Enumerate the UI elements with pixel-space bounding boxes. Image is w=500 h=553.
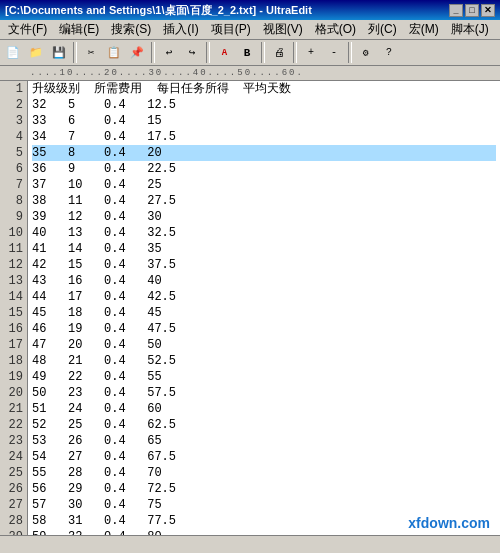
line-number: 16 — [4, 321, 23, 337]
code-line[interactable]: 36 9 0.4 22.5 — [32, 161, 496, 177]
line-number: 12 — [4, 257, 23, 273]
code-line[interactable]: 53 26 0.4 65 — [32, 433, 496, 449]
code-line[interactable]: 45 18 0.4 45 — [32, 305, 496, 321]
line-number: 18 — [4, 353, 23, 369]
code-line[interactable]: 43 16 0.4 40 — [32, 273, 496, 289]
line-number: 19 — [4, 369, 23, 385]
menu-file[interactable]: 文件(F) — [2, 20, 53, 39]
line-number: 26 — [4, 481, 23, 497]
line-number: 25 — [4, 465, 23, 481]
code-line[interactable]: 57 30 0.4 75 — [32, 497, 496, 513]
toolbar-sep-5 — [293, 42, 297, 63]
code-line[interactable]: 35 8 0.4 20 — [32, 145, 496, 161]
toolbar-sep-4 — [261, 42, 265, 63]
app-window: [C:\Documents and Settings\1\桌面\百度_2_2.t… — [0, 0, 500, 553]
code-line[interactable]: 50 23 0.4 57.5 — [32, 385, 496, 401]
toolbar-sep-1 — [73, 42, 77, 63]
code-line[interactable]: 47 20 0.4 50 — [32, 337, 496, 353]
code-line[interactable]: 54 27 0.4 67.5 — [32, 449, 496, 465]
line-number: 10 — [4, 225, 23, 241]
code-line[interactable]: 44 17 0.4 42.5 — [32, 289, 496, 305]
line-number: 14 — [4, 289, 23, 305]
code-line[interactable]: 升级级别 所需费用 每日任务所得 平均天数 — [32, 81, 496, 97]
menu-format[interactable]: 格式(O) — [309, 20, 362, 39]
code-line[interactable]: 56 29 0.4 72.5 — [32, 481, 496, 497]
window-controls: _ □ ✕ — [449, 4, 495, 17]
zoom-in-button[interactable]: + — [300, 42, 322, 63]
line-number: 5 — [4, 145, 23, 161]
line-number: 17 — [4, 337, 23, 353]
zoom-out-button[interactable]: - — [323, 42, 345, 63]
close-button[interactable]: ✕ — [481, 4, 495, 17]
code-line[interactable]: 41 14 0.4 35 — [32, 241, 496, 257]
toolbar-sep-3 — [206, 42, 210, 63]
code-line[interactable]: 38 11 0.4 27.5 — [32, 193, 496, 209]
settings-button[interactable]: ⚙ — [355, 42, 377, 63]
ruler: ....10....20....30....40....50....60. — [0, 66, 500, 81]
line-numbers: 1234567891011121314151617181920212223242… — [0, 81, 28, 535]
undo-button[interactable]: ↩ — [158, 42, 180, 63]
line-number: 11 — [4, 241, 23, 257]
maximize-button[interactable]: □ — [465, 4, 479, 17]
code-line[interactable]: 51 24 0.4 60 — [32, 401, 496, 417]
menu-script[interactable]: 脚本(J) — [445, 20, 495, 39]
copy-button[interactable]: 📋 — [103, 42, 125, 63]
new-button[interactable]: 📄 — [2, 42, 24, 63]
line-number: 1 — [4, 81, 23, 97]
code-line[interactable]: 40 13 0.4 32.5 — [32, 225, 496, 241]
save-button[interactable]: 💾 — [48, 42, 70, 63]
line-number: 24 — [4, 449, 23, 465]
code-line[interactable]: 39 12 0.4 30 — [32, 209, 496, 225]
line-number: 13 — [4, 273, 23, 289]
line-number: 8 — [4, 193, 23, 209]
ruler-text: ....10....20....30....40....50....60. — [30, 68, 304, 78]
code-line[interactable]: 46 19 0.4 47.5 — [32, 321, 496, 337]
line-number: 2 — [4, 97, 23, 113]
menu-bar: 文件(F) 编辑(E) 搜索(S) 插入(I) 项目(P) 视图(V) 格式(O… — [0, 20, 500, 40]
code-line[interactable]: 55 28 0.4 70 — [32, 465, 496, 481]
code-line[interactable]: 34 7 0.4 17.5 — [32, 129, 496, 145]
code-line[interactable]: 33 6 0.4 15 — [32, 113, 496, 129]
line-number: 22 — [4, 417, 23, 433]
line-number: 27 — [4, 497, 23, 513]
line-number: 23 — [4, 433, 23, 449]
help-button[interactable]: ? — [378, 42, 400, 63]
menu-insert[interactable]: 插入(I) — [157, 20, 204, 39]
redo-button[interactable]: ↪ — [181, 42, 203, 63]
toolbar: 📄 📁 💾 ✂ 📋 📌 ↩ ↪ A B 🖨 + - ⚙ ? — [0, 40, 500, 66]
code-content[interactable]: 升级级别 所需费用 每日任务所得 平均天数32 5 0.4 12.533 6 0… — [28, 81, 500, 535]
menu-edit[interactable]: 编辑(E) — [53, 20, 105, 39]
title-bar: [C:\Documents and Settings\1\桌面\百度_2_2.t… — [0, 0, 500, 20]
code-line[interactable]: 49 22 0.4 55 — [32, 369, 496, 385]
minimize-button[interactable]: _ — [449, 4, 463, 17]
line-number: 6 — [4, 161, 23, 177]
code-line[interactable]: 52 25 0.4 62.5 — [32, 417, 496, 433]
line-number: 7 — [4, 177, 23, 193]
menu-search[interactable]: 搜索(S) — [105, 20, 157, 39]
bold-button[interactable]: B — [236, 42, 258, 63]
title-text: [C:\Documents and Settings\1\桌面\百度_2_2.t… — [5, 3, 312, 18]
toolbar-sep-6 — [348, 42, 352, 63]
code-line[interactable]: 42 15 0.4 37.5 — [32, 257, 496, 273]
watermark: xfdown.com — [408, 515, 490, 531]
find-button[interactable]: A — [213, 42, 235, 63]
cut-button[interactable]: ✂ — [80, 42, 102, 63]
line-number: 3 — [4, 113, 23, 129]
line-number: 9 — [4, 209, 23, 225]
line-number: 28 — [4, 513, 23, 529]
code-line[interactable]: 32 5 0.4 12.5 — [32, 97, 496, 113]
toolbar-sep-2 — [151, 42, 155, 63]
menu-project[interactable]: 项目(P) — [205, 20, 257, 39]
editor-area[interactable]: 1234567891011121314151617181920212223242… — [0, 81, 500, 535]
line-number: 15 — [4, 305, 23, 321]
line-number: 21 — [4, 401, 23, 417]
code-line[interactable]: 48 21 0.4 52.5 — [32, 353, 496, 369]
line-number: 29 — [4, 529, 23, 535]
paste-button[interactable]: 📌 — [126, 42, 148, 63]
menu-view[interactable]: 视图(V) — [257, 20, 309, 39]
print-button[interactable]: 🖨 — [268, 42, 290, 63]
menu-column[interactable]: 列(C) — [362, 20, 403, 39]
code-line[interactable]: 37 10 0.4 25 — [32, 177, 496, 193]
menu-macro[interactable]: 宏(M) — [403, 20, 445, 39]
open-button[interactable]: 📁 — [25, 42, 47, 63]
